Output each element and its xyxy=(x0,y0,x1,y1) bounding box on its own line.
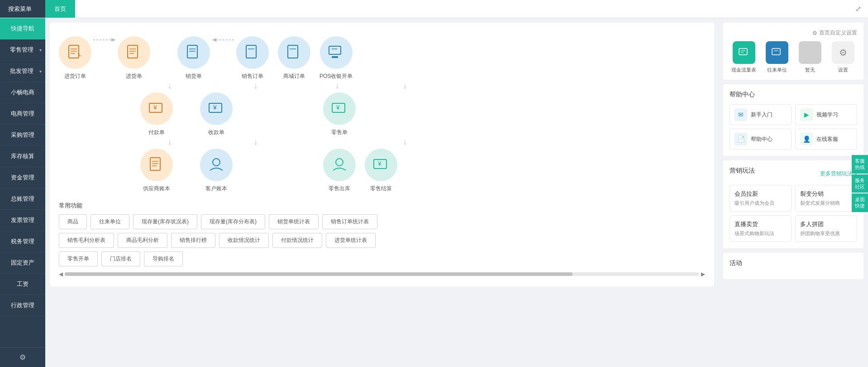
func-btn-order-stat[interactable]: 销售订单统计表 xyxy=(322,214,377,229)
sidebar-item-purchase[interactable]: 采购管理 xyxy=(0,125,45,146)
common-functions-title: 常用功能 xyxy=(59,202,705,210)
func-btn-guide-rank[interactable]: 导购排名 xyxy=(144,251,183,266)
help-item-helpcenter[interactable]: 📄 帮助中心 xyxy=(730,129,792,150)
float-buttons: 客服热线 服务社区 桌面快捷 xyxy=(852,155,868,212)
svg-marker-5 xyxy=(111,38,116,42)
func-btn-ranking[interactable]: 销售排行榜 xyxy=(171,233,215,248)
customize-button[interactable]: ⚙ 首页自定义设置 xyxy=(812,29,857,37)
sidebar-item-quicknav[interactable]: 快捷导航 xyxy=(0,18,45,39)
func-buttons-row1: 商品 往来单位 现存量(库存状况表) 现存量(库存分布表) 销货单统计表 销售订… xyxy=(59,214,705,229)
scroll-left-icon[interactable]: ◀ xyxy=(59,271,63,277)
flow-node-pos[interactable]: POS收银开单 xyxy=(320,36,353,80)
help-grid: ✉ 新手入门 ▶ 视频学习 📄 帮助中心 👤 在线客服 xyxy=(730,104,857,150)
arrow-down-xiaohuo: ↓ xyxy=(226,81,285,91)
expand-icon[interactable]: ⤢ xyxy=(854,5,863,14)
arrow-order-to-single xyxy=(93,36,116,53)
sidebar-item-admin[interactable]: 行政管理 xyxy=(0,295,45,316)
main-card: 进货订单 进货单 xyxy=(50,23,714,286)
marketing-panel: 营销玩法 更多营销玩法 > 会员拉新 吸引用户成为会员 裂变分销 裂变式发展分销… xyxy=(723,160,863,248)
quick-icon-partners[interactable]: 往来单位 xyxy=(763,41,791,73)
flow-node-kehu[interactable]: 客户账本 xyxy=(200,149,233,193)
func-btn-profit2[interactable]: 商品毛利分析 xyxy=(118,233,167,248)
float-btn-desktop[interactable]: 桌面快捷 xyxy=(852,193,868,212)
float-btn-community[interactable]: 服务社区 xyxy=(852,174,868,193)
func-btn-retail-order[interactable]: 零售开单 xyxy=(59,251,98,266)
func-btn-profit1[interactable]: 销售毛利分析表 xyxy=(59,233,114,248)
help-center-title: 帮助中心 xyxy=(730,91,857,99)
func-buttons-row2: 销售毛利分析表 商品毛利分析 销售排行榜 收款情况统计 付款情况统计 进货单统计… xyxy=(59,233,705,248)
flow-node-chuku[interactable]: 零售出库 xyxy=(323,149,356,193)
scroll-right-icon[interactable]: ▶ xyxy=(701,271,705,277)
quick-access-panel: ⚙ 首页自定义设置 现金流量表 往来单位 xyxy=(723,23,863,80)
sidebar-bottom: ⚙ xyxy=(0,347,45,367)
flow-node-lingshoe[interactable]: ¥ 零售单 xyxy=(323,92,356,136)
float-btn-hotline[interactable]: 客服热线 xyxy=(852,155,868,174)
scroll-bar: ◀ ▶ xyxy=(59,271,705,277)
top-bar: 搜索菜单 首页 ⤢ xyxy=(0,0,868,18)
quick-icon-settings[interactable]: ⚙ 设置 xyxy=(829,41,857,73)
svg-rect-6 xyxy=(128,45,138,58)
func-btn-store-rank[interactable]: 门店排名 xyxy=(101,251,140,266)
sidebar-item-inventory[interactable]: 库存核算 xyxy=(0,146,45,167)
arrow-down-lingshoe: ↓ xyxy=(376,137,434,147)
arrow-xiaoshou-to-xiaohuo xyxy=(212,36,234,53)
func-btn-receipt-stat[interactable]: 收款情况统计 xyxy=(219,233,269,248)
flow-node-shoukuan[interactable]: ¥ 收款单 xyxy=(200,92,233,136)
sidebar-item-ecommerce-small[interactable]: 小畅电商 xyxy=(0,82,45,103)
sidebar-item-asset[interactable]: 固定资产 xyxy=(0,252,45,274)
gear-icon: ⚙ xyxy=(812,30,817,36)
svg-point-33 xyxy=(336,159,343,166)
marketing-item-live[interactable]: 直播卖货 场景式购物新玩法 xyxy=(730,215,792,242)
tab-home[interactable]: 首页 xyxy=(45,0,75,18)
flow-node-xiaoshou-order[interactable]: 销售订单 xyxy=(236,36,269,80)
flow-node-jinhuo-order[interactable]: 进货订单 xyxy=(59,36,91,80)
sidebar-item-ecommerce[interactable]: 电商管理 xyxy=(0,103,45,125)
svg-rect-15 xyxy=(246,45,256,58)
sidebar-gear-icon[interactable]: ⚙ xyxy=(19,353,26,362)
func-btn-purchase-stat[interactable]: 进货单统计表 xyxy=(326,233,376,248)
marketing-item-member[interactable]: 会员拉新 吸引用户成为会员 xyxy=(730,185,792,212)
sidebar-item-invoice[interactable]: 发票管理 xyxy=(0,210,45,231)
activity-title: 活动 xyxy=(730,259,857,267)
sidebar-item-tax[interactable]: 税务管理 xyxy=(0,231,45,252)
marketing-title: 营销玩法 xyxy=(730,167,755,175)
func-btn-payment-stat[interactable]: 付款情况统计 xyxy=(272,233,322,248)
flow-node-shangcheng[interactable]: 商城订单 xyxy=(278,36,310,80)
help-item-video[interactable]: ▶ 视频学习 xyxy=(795,104,857,125)
sidebar-item-ledger[interactable]: 总账管理 xyxy=(0,188,45,210)
flow-node-fukuan[interactable]: ¥ 付款单 xyxy=(140,92,173,136)
sidebar-item-finance[interactable]: 资金管理 xyxy=(0,167,45,188)
sidebar-item-salary[interactable]: 工资 xyxy=(0,274,45,295)
flow-diagram: 进货订单 进货单 xyxy=(59,32,705,202)
quick-icons-row: 现金流量表 往来单位 暂无 ⚙ xyxy=(730,41,857,73)
func-btn-stock2[interactable]: 现存量(库存分布表) xyxy=(201,214,265,229)
scroll-track[interactable] xyxy=(65,272,699,276)
quick-access-header: ⚙ 首页自定义设置 xyxy=(730,29,857,37)
flow-node-jinhuo-single[interactable]: 进货单 xyxy=(118,36,150,80)
svg-rect-17 xyxy=(288,45,298,58)
quick-icon-cashflow[interactable]: 现金流量表 xyxy=(730,41,758,73)
activity-panel: 活动 xyxy=(723,253,863,279)
svg-rect-10 xyxy=(187,45,197,58)
flow-node-xiaohuo[interactable]: 销货单 xyxy=(177,36,210,80)
func-btn-sales-stat[interactable]: 销货单统计表 xyxy=(269,214,319,229)
marketing-item-fission[interactable]: 裂变分销 裂变式发展分销商 xyxy=(795,185,857,212)
sidebar-item-retail[interactable]: 零售管理 ▾ xyxy=(0,39,45,61)
marketing-grid: 会员拉新 吸引用户成为会员 裂变分销 裂变式发展分销商 直播卖货 场景式购物新玩… xyxy=(730,185,857,242)
svg-rect-0 xyxy=(69,45,79,58)
func-btn-goods[interactable]: 商品 xyxy=(59,214,87,229)
func-btn-partners[interactable]: 往来单位 xyxy=(91,214,129,229)
quick-icon-none[interactable]: 暂无 xyxy=(796,41,824,73)
flow-node-gongyingshang[interactable]: 供应商账本 xyxy=(140,149,173,193)
help-item-customer-service[interactable]: 👤 在线客服 xyxy=(795,129,857,150)
arrow-down-jinhuo: ↓ xyxy=(140,81,199,91)
sidebar-item-wholesale[interactable]: 批发管理 ▾ xyxy=(0,61,45,82)
right-panel: ⚙ 首页自定义设置 现金流量表 往来单位 xyxy=(719,18,868,367)
marketing-header: 营销玩法 更多营销玩法 > xyxy=(730,167,857,180)
marketing-item-group[interactable]: 多人拼团 拼团购物享受优惠 xyxy=(795,215,857,242)
flow-node-jiesuan[interactable]: ¥ 零售结算 xyxy=(365,149,397,193)
svg-rect-20 xyxy=(332,56,338,58)
func-btn-stock1[interactable]: 现存量(库存状况表) xyxy=(133,214,197,229)
help-item-beginner[interactable]: ✉ 新手入门 xyxy=(730,104,792,125)
search-menu[interactable]: 搜索菜单 xyxy=(0,0,45,18)
